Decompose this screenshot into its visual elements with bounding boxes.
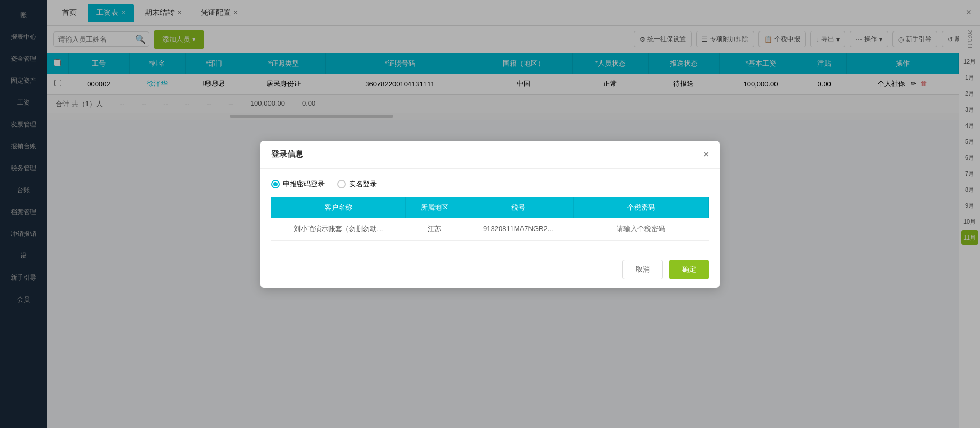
modal-close-button[interactable]: × bbox=[703, 149, 709, 159]
col-tax-password: 个税密码 bbox=[573, 197, 708, 218]
cancel-button[interactable]: 取消 bbox=[622, 260, 663, 279]
client-name-cell: 刘小艳演示账套（勿删勿动... bbox=[271, 218, 406, 241]
col-tax-no: 税号 bbox=[463, 197, 573, 218]
col-client-name: 客户名称 bbox=[271, 197, 406, 218]
realname-login-radio[interactable] bbox=[337, 180, 346, 188]
login-type-radio-group: 申报密码登录 实名登录 bbox=[271, 179, 709, 189]
password-login-radio[interactable] bbox=[271, 180, 280, 188]
realname-login-option[interactable]: 实名登录 bbox=[337, 179, 377, 189]
modal-header: 登录信息 × bbox=[260, 141, 720, 169]
password-login-option[interactable]: 申报密码登录 bbox=[271, 179, 325, 189]
login-modal: 登录信息 × 申报密码登录 实名登录 客户名称 所属地区 bbox=[260, 141, 720, 288]
realname-login-label: 实名登录 bbox=[349, 179, 377, 189]
region-cell: 江苏 bbox=[406, 218, 463, 241]
modal-body: 申报密码登录 实名登录 客户名称 所属地区 税号 个税密码 bbox=[260, 169, 720, 251]
modal-overlay[interactable]: 登录信息 × 申报密码登录 实名登录 客户名称 所属地区 bbox=[0, 0, 980, 428]
password-login-label: 申报密码登录 bbox=[283, 179, 325, 189]
tax-no-cell: 91320811MA7NGR2... bbox=[463, 218, 573, 241]
client-table: 客户名称 所属地区 税号 个税密码 刘小艳演示账套（勿删勿动... 江苏 913… bbox=[271, 197, 709, 241]
tax-password-cell[interactable] bbox=[573, 218, 708, 241]
client-table-header: 客户名称 所属地区 税号 个税密码 bbox=[271, 197, 709, 218]
col-region: 所属地区 bbox=[406, 197, 463, 218]
client-table-row: 刘小艳演示账套（勿删勿动... 江苏 91320811MA7NGR2... bbox=[271, 218, 709, 241]
modal-title: 登录信息 bbox=[271, 149, 303, 160]
modal-footer: 取消 确定 bbox=[260, 251, 720, 288]
tax-password-input[interactable] bbox=[582, 225, 700, 233]
confirm-button[interactable]: 确定 bbox=[669, 260, 709, 279]
